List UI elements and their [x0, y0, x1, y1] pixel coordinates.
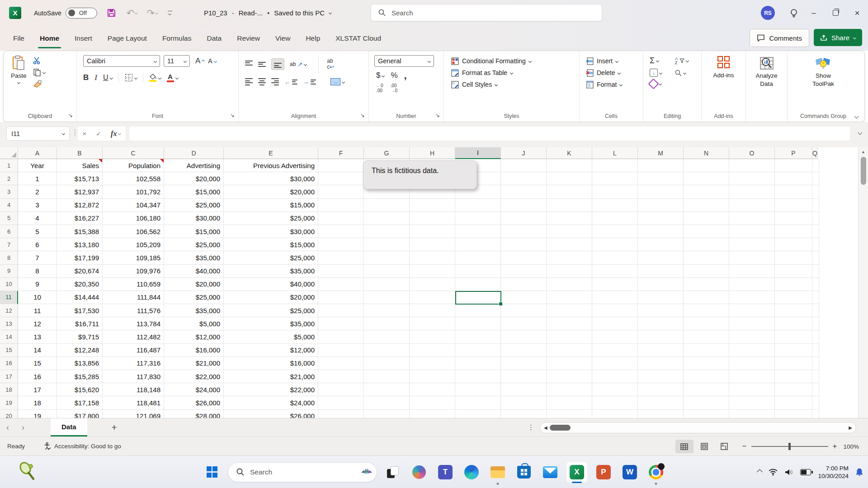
cell-F17[interactable]: [318, 370, 364, 383]
cell-Q5[interactable]: [812, 212, 819, 225]
cell-A10[interactable]: 9: [18, 278, 57, 291]
cell-A2[interactable]: 1: [18, 172, 57, 185]
cell-E17[interactable]: $21,000: [224, 370, 318, 383]
cell-P8[interactable]: [775, 251, 812, 264]
cell-D17[interactable]: $22,000: [164, 370, 224, 383]
cell-C11[interactable]: 111,844: [103, 291, 164, 304]
cell-F9[interactable]: [318, 265, 364, 278]
cell-B2[interactable]: $15,713: [57, 172, 103, 185]
close-button[interactable]: ×: [846, 0, 868, 26]
cell-L17[interactable]: [592, 370, 638, 383]
autosum-button[interactable]: Σ: [650, 56, 670, 66]
alignment-dialog-launcher[interactable]: ↘: [360, 113, 365, 118]
cell-K17[interactable]: [547, 370, 592, 383]
column-header-B[interactable]: B: [57, 147, 103, 159]
cell-C3[interactable]: 101,792: [103, 185, 164, 198]
start-button[interactable]: [202, 462, 222, 483]
cell-E8[interactable]: $25,000: [224, 251, 318, 264]
cell-O15[interactable]: [729, 344, 775, 357]
format-as-table-button[interactable]: Format as Table: [451, 67, 579, 79]
title-search-box[interactable]: Search: [371, 4, 602, 21]
volume-icon[interactable]: [784, 469, 793, 476]
cell-A14[interactable]: 13: [18, 330, 57, 343]
formula-input[interactable]: [129, 127, 850, 141]
cell-I15[interactable]: [455, 344, 501, 357]
cell-D6[interactable]: $15,000: [164, 225, 224, 238]
font-dialog-launcher[interactable]: ↘: [230, 113, 235, 118]
cell-M16[interactable]: [638, 357, 684, 370]
column-header-E[interactable]: E: [224, 147, 318, 159]
cell-Q11[interactable]: [812, 291, 819, 304]
row-header-11[interactable]: 11: [0, 291, 18, 304]
teams-button[interactable]: T: [435, 462, 456, 483]
cell-G11[interactable]: [364, 291, 410, 304]
cell-L8[interactable]: [592, 251, 638, 264]
page-layout-view-button[interactable]: [695, 440, 713, 453]
zoom-slider-thumb[interactable]: [788, 443, 791, 450]
cell-E11[interactable]: $20,000: [224, 291, 318, 304]
cell-G4[interactable]: [364, 199, 410, 212]
merge-center-button[interactable]: ↔: [330, 78, 344, 85]
copy-button[interactable]: [33, 68, 45, 76]
cell-P19[interactable]: [775, 396, 812, 409]
cell-O3[interactable]: [729, 185, 775, 198]
cell-P2[interactable]: [775, 172, 812, 185]
cell-L19[interactable]: [592, 396, 638, 409]
cell-D7[interactable]: $25,000: [164, 238, 224, 251]
scroll-up-icon[interactable]: ▲: [859, 147, 868, 154]
cell-D16[interactable]: $21,000: [164, 357, 224, 370]
cell-B3[interactable]: $12,937: [57, 185, 103, 198]
cell-O4[interactable]: [729, 199, 775, 212]
cell-A11[interactable]: 10: [18, 291, 57, 304]
cell-P18[interactable]: [775, 383, 812, 396]
cell-P3[interactable]: [775, 185, 812, 198]
cell-N18[interactable]: [684, 383, 729, 396]
row-header-16[interactable]: 16: [0, 357, 18, 370]
cell-L4[interactable]: [592, 199, 638, 212]
cell-C16[interactable]: 117,316: [103, 357, 164, 370]
column-header-N[interactable]: N: [684, 147, 729, 159]
cell-J10[interactable]: [501, 278, 547, 291]
cell-J15[interactable]: [501, 344, 547, 357]
cell-D19[interactable]: $26,000: [164, 396, 224, 409]
cell-Q1[interactable]: [812, 159, 819, 172]
cell-N7[interactable]: [684, 238, 729, 251]
cell-C20[interactable]: 121,069: [103, 410, 164, 418]
cell-F14[interactable]: [318, 330, 364, 343]
cell-G19[interactable]: [364, 396, 410, 409]
cell-G16[interactable]: [364, 357, 410, 370]
cell-J8[interactable]: [501, 251, 547, 264]
tab-view[interactable]: View: [268, 26, 298, 51]
battery-icon[interactable]: [800, 469, 811, 475]
cell-F20[interactable]: [318, 410, 364, 418]
cell-C9[interactable]: 109,976: [103, 265, 164, 278]
cell-J3[interactable]: [501, 185, 547, 198]
cell-E16[interactable]: $16,000: [224, 357, 318, 370]
undo-dropdown-icon[interactable]: [135, 11, 138, 14]
file-explorer-button[interactable]: [487, 462, 508, 483]
cell-N17[interactable]: [684, 370, 729, 383]
cell-I18[interactable]: [455, 383, 501, 396]
cell-N6[interactable]: [684, 225, 729, 238]
column-header-F[interactable]: F: [318, 147, 364, 159]
cell-G6[interactable]: [364, 225, 410, 238]
cell-L10[interactable]: [592, 278, 638, 291]
cell-K4[interactable]: [547, 199, 592, 212]
wifi-icon[interactable]: [769, 469, 778, 476]
cell-L14[interactable]: [592, 330, 638, 343]
cell-D12[interactable]: $35,000: [164, 304, 224, 317]
cell-A9[interactable]: 8: [18, 265, 57, 278]
name-box[interactable]: I11: [6, 127, 70, 141]
increase-decimal-button[interactable]: ←0.00: [376, 83, 383, 93]
cell-F8[interactable]: [318, 251, 364, 264]
cell-A1[interactable]: Year: [18, 159, 57, 172]
cell-B17[interactable]: $15,285: [57, 370, 103, 383]
saved-status-dropdown-icon[interactable]: [329, 11, 332, 14]
cell-M3[interactable]: [638, 185, 684, 198]
cell-B9[interactable]: $20,674: [57, 265, 103, 278]
cell-A8[interactable]: 7: [18, 251, 57, 264]
cell-E1[interactable]: Previous Advertising: [224, 159, 318, 172]
next-sheet-icon[interactable]: ›: [15, 423, 31, 432]
cell-K20[interactable]: [547, 410, 592, 418]
row-header-8[interactable]: 8: [0, 251, 18, 264]
